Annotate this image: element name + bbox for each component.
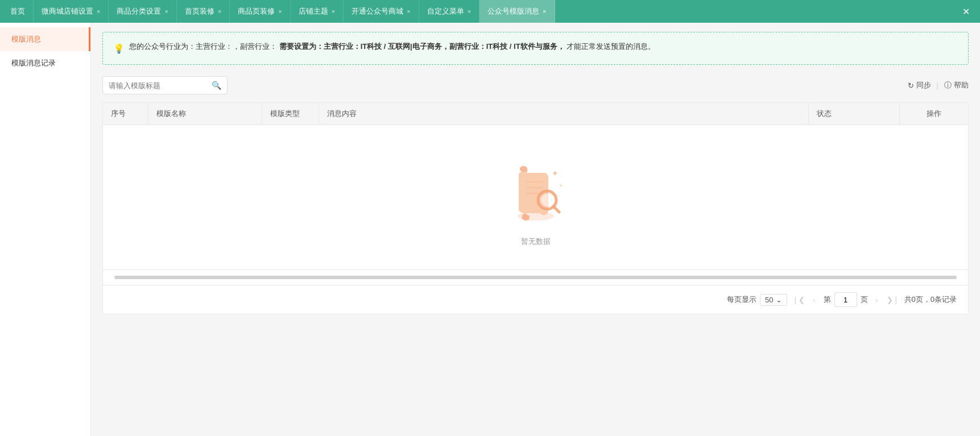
close-store-theme-icon[interactable]: × <box>332 8 335 15</box>
notice-suffix: 才能正常发送预置的消息。 <box>567 42 655 51</box>
sidebar-item-template-record-label: 模版消息记录 <box>11 59 56 67</box>
notice-text: 您的公众号行业为：主营行业：，副营行业： 需要设置为：主营行业：IT科技 / 互… <box>129 40 655 53</box>
nav-tab-open-mall[interactable]: 开通公众号商城 × <box>344 0 419 23</box>
toolbar-right: ↻ 同步 | ⓘ 帮助 <box>908 80 969 90</box>
svg-text:✦: ✦ <box>552 169 559 178</box>
notice-bulb-icon: 💡 <box>113 41 125 56</box>
notice-prefix: 您的公众号行业为：主营行业：，副营行业： <box>129 42 277 51</box>
horizontal-scrollbar[interactable] <box>114 276 957 279</box>
sync-icon: ↻ <box>908 81 914 90</box>
page-unit: 页 <box>861 294 868 305</box>
page-label-di: 第 <box>824 294 831 305</box>
nav-tab-product-decor-label: 商品页装修 <box>238 6 275 16</box>
notice-box: 💡 您的公众号行业为：主营行业：，副营行业： 需要设置为：主营行业：IT科技 /… <box>102 32 969 65</box>
close-template-msg-icon[interactable]: × <box>543 8 546 15</box>
prev-page-button[interactable]: ‹ <box>808 293 821 306</box>
table-header: 序号 模版名称 模版类型 消息内容 状态 操作 <box>103 103 968 125</box>
search-input[interactable] <box>109 81 212 90</box>
th-type: 模版类型 <box>262 103 319 124</box>
nav-tab-custom-menu[interactable]: 自定义菜单 × <box>419 0 479 23</box>
empty-text: 暂无数据 <box>521 236 551 247</box>
nav-tab-template-msg-label: 公众号模版消息 <box>487 6 539 16</box>
empty-illustration: ✦ ✦ <box>502 159 570 227</box>
th-content: 消息内容 <box>319 103 809 124</box>
first-page-button[interactable]: ❘❮ <box>792 293 805 306</box>
svg-line-6 <box>553 206 559 212</box>
nav-tab-homepage-decor-label: 首页装修 <box>185 6 214 16</box>
current-page-input[interactable] <box>834 292 857 307</box>
close-custom-menu-icon[interactable]: × <box>468 8 471 15</box>
sidebar-item-template-msg[interactable]: 模版消息 <box>0 27 90 51</box>
th-action: 操作 <box>900 103 968 124</box>
last-page-button[interactable]: ❯❘ <box>886 293 900 306</box>
nav-tab-category-settings-label: 商品分类设置 <box>117 6 161 16</box>
nav-tab-store-settings-label: 微商城店铺设置 <box>42 6 93 16</box>
nav-tab-open-mall-label: 开通公众号商城 <box>352 6 403 16</box>
main-layout: 模版消息 模版消息记录 💡 您的公众号行业为：主营行业：，副营行业： 需要设置为… <box>0 23 980 436</box>
th-name: 模版名称 <box>148 103 262 124</box>
sidebar-item-template-msg-label: 模版消息 <box>11 35 41 43</box>
search-area[interactable]: 🔍 <box>102 76 228 94</box>
pagination: 每页显示 50 ⌄ ❘❮ ‹ 第 页 › ❯❘ <box>103 285 968 314</box>
nav-tab-category-settings[interactable]: 商品分类设置 × <box>109 0 176 23</box>
page-size-value: 50 <box>765 296 773 304</box>
help-icon: ⓘ <box>944 80 952 90</box>
top-navigation: 首页 微商城店铺设置 × 商品分类设置 × 首页装修 × 商品页装修 × 店铺主… <box>0 0 980 23</box>
nav-tab-template-msg[interactable]: 公众号模版消息 × <box>479 0 555 23</box>
page-current: 第 页 <box>824 292 868 307</box>
nav-tab-product-decor[interactable]: 商品页装修 × <box>230 0 290 23</box>
toolbar: 🔍 ↻ 同步 | ⓘ 帮助 <box>102 76 969 94</box>
data-table: 序号 模版名称 模版类型 消息内容 状态 操作 <box>102 102 969 314</box>
page-size-select: 每页显示 50 ⌄ <box>727 294 787 306</box>
nav-tab-home[interactable]: 首页 <box>2 0 34 23</box>
next-page-button[interactable]: › <box>870 293 884 306</box>
nav-tab-store-theme-label: 店铺主题 <box>299 6 328 16</box>
notice-highlight: 需要设置为：主营行业：IT科技 / 互联网|电子商务，副营行业：IT科技 / I… <box>279 42 565 51</box>
close-store-settings-icon[interactable]: × <box>97 8 100 15</box>
chevron-down-icon: ⌄ <box>776 296 782 304</box>
total-info: 共0页，0条记录 <box>904 294 957 305</box>
close-open-mall-icon[interactable]: × <box>407 8 410 15</box>
th-status: 状态 <box>809 103 900 124</box>
sync-button[interactable]: ↻ 同步 <box>908 80 931 90</box>
empty-state: ✦ ✦ 暂无数据 <box>103 125 968 269</box>
nav-tab-store-theme[interactable]: 店铺主题 × <box>291 0 344 23</box>
sidebar: 模版消息 模版消息记录 <box>0 23 91 436</box>
nav-tab-custom-menu-label: 自定义菜单 <box>427 6 464 16</box>
page-navigation: ❘❮ ‹ 第 页 › ❯❘ <box>792 292 900 307</box>
page-size-dropdown[interactable]: 50 ⌄ <box>760 294 787 306</box>
page-size-label: 每页显示 <box>727 294 756 305</box>
nav-tab-home-label: 首页 <box>10 6 25 16</box>
close-category-settings-icon[interactable]: × <box>164 8 168 15</box>
svg-text:✦: ✦ <box>559 182 563 189</box>
th-seq: 序号 <box>103 103 148 124</box>
main-content: 💡 您的公众号行业为：主营行业：，副营行业： 需要设置为：主营行业：IT科技 /… <box>91 23 980 436</box>
help-label: 帮助 <box>954 80 969 90</box>
sidebar-item-template-record[interactable]: 模版消息记录 <box>0 51 90 75</box>
help-button[interactable]: ⓘ 帮助 <box>944 80 969 90</box>
close-all-button[interactable]: ✕ <box>954 0 978 23</box>
close-product-decor-icon[interactable]: × <box>278 8 282 15</box>
close-homepage-decor-icon[interactable]: × <box>218 8 221 15</box>
toolbar-divider: | <box>937 81 938 90</box>
sync-label: 同步 <box>916 80 931 90</box>
scrollbar-row[interactable] <box>103 269 968 285</box>
nav-tab-homepage-decor[interactable]: 首页装修 × <box>177 0 230 23</box>
nav-tab-store-settings[interactable]: 微商城店铺设置 × <box>34 0 109 23</box>
close-all-icon: ✕ <box>962 6 970 17</box>
svg-point-5 <box>541 194 553 206</box>
search-icon[interactable]: 🔍 <box>212 81 221 90</box>
